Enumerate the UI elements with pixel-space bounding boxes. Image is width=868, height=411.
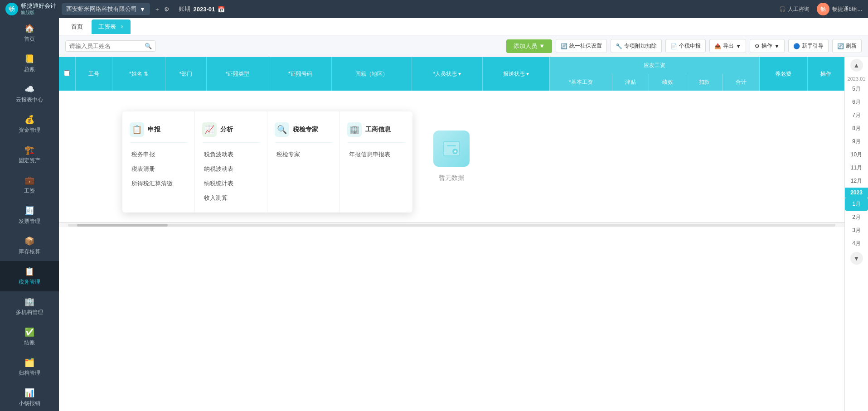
cal-month-10[interactable]: 10月 xyxy=(845,148,868,161)
service-label: 人工咨询 xyxy=(788,5,810,13)
cal-month-7[interactable]: 7月 xyxy=(845,109,868,122)
th-deduct: 扣款 xyxy=(686,74,723,91)
taxex-icon: 🔍 xyxy=(275,122,289,137)
inventory-icon: 📦 xyxy=(24,236,34,246)
salary-icon: 💼 xyxy=(24,175,34,185)
refresh-label: 刷新 xyxy=(846,42,857,50)
personal-tax-label: 个税申报 xyxy=(679,42,701,50)
gongs-icon: 🏢 xyxy=(347,122,362,137)
cal-month-1[interactable]: 1月 xyxy=(845,198,868,211)
cal-month-2[interactable]: 2月 xyxy=(845,211,868,224)
cal-month-8[interactable]: 8月 xyxy=(845,122,868,135)
content-area: 首页 工资表 × 🔍 添加人员 ▼ 🔄 统一社保设置 xyxy=(59,18,868,411)
app-name: 畅捷通好会计 xyxy=(21,2,56,10)
cal-month-12[interactable]: 12月 xyxy=(845,174,868,188)
add-company-btn[interactable]: + xyxy=(155,6,159,13)
ledger-icon: 📒 xyxy=(24,54,34,64)
service-btn[interactable]: 🎧 人工咨询 xyxy=(779,5,810,13)
operations-btn[interactable]: ⚙ 操作 ▼ xyxy=(750,39,785,53)
ops-icon: ⚙ xyxy=(755,43,760,49)
checkbox-header[interactable] xyxy=(59,57,75,91)
sidebar-item-tax[interactable]: 📋 税务管理 xyxy=(0,261,59,291)
cal-month-6[interactable]: 6月 xyxy=(845,96,868,109)
ops-dropdown-icon: ▼ xyxy=(774,43,780,49)
add-person-btn[interactable]: 添加人员 ▼ xyxy=(506,39,552,53)
dropdown-col-taxex: 🔍 税检专家 税检专家 xyxy=(267,111,340,213)
menu-annual-report[interactable]: 年报信息申报表 xyxy=(347,147,405,162)
th-deduct-insurance: 养老费 xyxy=(760,57,807,91)
tab-home[interactable]: 首页 xyxy=(64,19,90,34)
company-selector[interactable]: 西安虾米网络科技有限公司 ▼ xyxy=(62,3,150,15)
sidebar-item-ledger[interactable]: 📒 总账 xyxy=(0,48,59,79)
tab-salary[interactable]: 工资表 × xyxy=(92,19,131,34)
tab-close-icon[interactable]: × xyxy=(121,24,124,30)
sidebar-item-xiaochang[interactable]: 📊 小畅报销 xyxy=(0,382,59,411)
cal-month-11[interactable]: 11月 xyxy=(845,161,868,174)
funds-icon: 💰 xyxy=(24,115,34,125)
cal-nav-up[interactable]: ▲ xyxy=(850,59,863,72)
cal-month-9[interactable]: 9月 xyxy=(845,135,868,148)
menu-tax-burden[interactable]: 税负波动表 xyxy=(202,147,260,162)
user-name: 畅捷通8组… xyxy=(832,5,863,13)
sidebar-item-assets[interactable]: 🏗️ 固定资产 xyxy=(0,140,59,170)
export-btn[interactable]: 📤 导出 ▼ xyxy=(709,39,746,53)
cal-month-3[interactable]: 3月 xyxy=(845,224,868,237)
sidebar-item-inventory[interactable]: 📦 库存核算 xyxy=(0,231,59,261)
export-dropdown-icon: ▼ xyxy=(736,43,741,49)
period-label: 账期 xyxy=(179,5,190,13)
personal-tax-btn[interactable]: 📄 个税申报 xyxy=(665,39,706,53)
taxex-header: 🔍 税检专家 xyxy=(275,119,332,143)
period-value: 2023-01 xyxy=(193,6,215,13)
cal-month-4[interactable]: 4月 xyxy=(845,237,868,250)
menu-tax-report[interactable]: 税务申报 xyxy=(130,147,187,162)
social-insurance-label: 统一社保设置 xyxy=(569,42,602,50)
menu-income-calc[interactable]: 收入测算 xyxy=(202,191,260,205)
refresh-btn[interactable]: 🔄 刷新 xyxy=(832,39,862,53)
logo-icon: 畅 xyxy=(5,3,18,15)
filter-icon-2[interactable]: ▾ xyxy=(526,71,529,77)
filter-icon-1[interactable]: ▾ xyxy=(458,71,461,77)
company-settings-icon[interactable]: ⚙ xyxy=(164,6,170,13)
search-icon: 🔍 xyxy=(145,43,152,49)
sidebar-item-salary[interactable]: 💼 工资 xyxy=(0,170,59,200)
svg-rect-2 xyxy=(447,148,453,149)
new-guide-btn[interactable]: 🔵 新手引导 xyxy=(788,39,829,53)
period-calendar-icon[interactable]: 📅 xyxy=(218,6,225,13)
dropdown-col-fenx: 📈 分析 税负波动表 纳税波动表 纳税统计表 收入测算 xyxy=(195,111,267,213)
assets-icon: 🏗️ xyxy=(24,145,34,155)
export-icon: 📤 xyxy=(714,43,721,49)
menu-tax-table[interactable]: 税表清册 xyxy=(130,162,187,176)
sidebar-item-checkout[interactable]: ✅ 结账 xyxy=(0,322,59,352)
bottom-scrollbar[interactable] xyxy=(59,222,844,227)
svg-rect-1 xyxy=(447,145,456,146)
fenx-title: 分析 xyxy=(220,126,233,134)
search-input[interactable] xyxy=(69,43,142,49)
period-area: 账期 2023-01 📅 xyxy=(179,5,225,13)
th-performance: 绩效 xyxy=(649,74,686,91)
sidebar-item-funds[interactable]: 💰 资金管理 xyxy=(0,109,59,140)
select-all-checkbox[interactable] xyxy=(64,70,70,76)
user-area[interactable]: 畅 畅捷通8组… xyxy=(817,3,863,15)
scrollbar-thumb[interactable] xyxy=(77,224,168,227)
sidebar-item-home[interactable]: 🏠 首页 xyxy=(0,18,59,48)
sidebar-item-invoice[interactable]: 🧾 发票管理 xyxy=(0,200,59,231)
sidebar-item-multi[interactable]: 🏢 多机构管理 xyxy=(0,291,59,322)
cal-nav-down[interactable]: ▼ xyxy=(850,252,863,265)
menu-tax-wave[interactable]: 纳税波动表 xyxy=(202,162,260,176)
menu-tax-stat[interactable]: 纳税统计表 xyxy=(202,176,260,191)
add-dropdown-icon: ▼ xyxy=(539,43,545,49)
gongs-header: 🏢 工商信息 xyxy=(347,119,405,143)
search-wrap: 🔍 xyxy=(65,40,156,52)
shenb-title: 申报 xyxy=(148,126,160,134)
menu-income-tax[interactable]: 所得税汇算清缴 xyxy=(130,176,187,191)
dropdown-menu[interactable]: 📋 申报 税务申报 税表清册 所得税汇算清缴 📈 xyxy=(122,111,412,213)
sidebar-item-archive[interactable]: 🗂️ 归档管理 xyxy=(0,352,59,382)
menu-tax-expert[interactable]: 税检专家 xyxy=(275,147,332,162)
cal-month-5[interactable]: 5月 xyxy=(845,82,868,96)
sidebar-item-cloud[interactable]: ☁️ 云报表中心 xyxy=(0,79,59,109)
special-deduction-btn[interactable]: 🔧 专项附加扣除 xyxy=(611,39,662,53)
sidebar: 🏠 首页 📒 总账 ☁️ 云报表中心 💰 资金管理 🏗️ 固定资产 💼 工资 🧾… xyxy=(0,18,59,411)
social-insurance-btn[interactable]: 🔄 统一社保设置 xyxy=(556,39,607,53)
top-header: 畅 畅捷通好会计 旗舰版 西安虾米网络科技有限公司 ▼ + ⚙ 账期 2023-… xyxy=(0,0,868,18)
scrollbar-track xyxy=(68,224,835,227)
